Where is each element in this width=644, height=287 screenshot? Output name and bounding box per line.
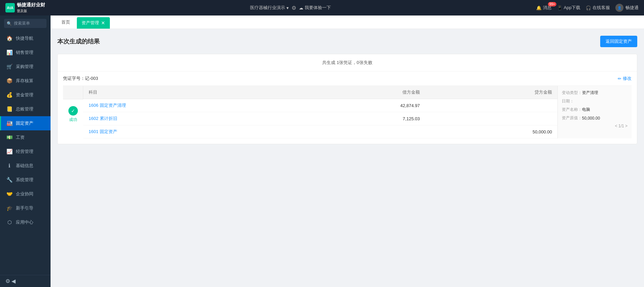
table-row: 1602 累计折旧 7,125.03 <box>83 112 557 125</box>
funds-icon: 💰 <box>6 92 12 98</box>
sales-icon: 📊 <box>6 50 12 56</box>
credit-cell <box>425 112 557 125</box>
sidebar-item-label: 新手引导 <box>16 205 33 211</box>
asset-value-value: 50,000.00 <box>582 116 600 121</box>
logo-text: 畅捷通好业财 <box>17 2 45 8</box>
debit-cell <box>293 125 425 138</box>
asset-name-label: 资产名称： <box>562 107 582 113</box>
tab-home[interactable]: 首页 <box>56 17 75 29</box>
subject-cell[interactable]: 1606 固定资产清理 <box>83 99 293 112</box>
subject-cell[interactable]: 1602 累计折旧 <box>83 112 293 125</box>
sidebar-item-enterprise[interactable]: 🤝 企业协同 <box>0 187 51 201</box>
payroll-icon: 💵 <box>6 134 12 140</box>
company-settings-icon[interactable]: ⚙ <box>292 5 296 11</box>
logo-icon: AtA <box>5 3 15 12</box>
sidebar-item-purchase[interactable]: 🛒 采购管理 <box>0 60 51 74</box>
sidebar-item-label: 销售管理 <box>16 50 33 56</box>
sidebar-item-fixed-assets[interactable]: 🏭 固定资产 <box>0 116 51 130</box>
sidebar-item-ledger[interactable]: 📒 总账管理 <box>0 102 51 116</box>
asset-name-row: 资产名称： 电脑 <box>562 107 627 113</box>
avatar: 👤 <box>615 4 623 12</box>
home-icon: 🏠 <box>6 35 12 41</box>
credit-cell: 50,000.00 <box>425 125 557 138</box>
app-download-button[interactable]: 📱 App下载 <box>557 5 580 11</box>
table-row: 1601 固定资产 50,000.00 <box>83 125 557 138</box>
notifications-button[interactable]: 🔔 消息 99+ <box>536 5 552 11</box>
sidebar: 🔍 搜索菜单 🏠 快捷导航 📊 销售管理 🛒 采购管理 📦 库存核算 <box>0 15 51 287</box>
success-column: ✓ 成功 <box>63 86 83 138</box>
experience-button[interactable]: ☁ 我要体验一下 <box>299 5 331 11</box>
subject-cell[interactable]: 1601 固定资产 <box>83 125 293 138</box>
sidebar-item-app-center[interactable]: ⬡ 应用中心 <box>0 215 51 229</box>
mobile-icon: 📱 <box>557 5 562 10</box>
search-menu-label: 搜索菜单 <box>14 21 30 26</box>
sidebar-search-area: 🔍 搜索菜单 <box>0 15 51 31</box>
back-to-fixed-assets-button[interactable]: 返回固定资产 <box>600 36 637 47</box>
header-left: AtA 畅捷通好业财 普及版 <box>5 2 45 13</box>
tab-bar: 首页 资产管理 ✕ <box>51 15 644 29</box>
info-icon: ℹ <box>6 163 12 169</box>
sidebar-item-label: 快捷导航 <box>16 35 33 41</box>
voucher-table-wrapper: ✓ 成功 科目 借方金额 <box>63 86 632 138</box>
sidebar-item-payroll[interactable]: 💵 工资 <box>0 130 51 145</box>
edit-icon: ✏ <box>618 76 621 81</box>
inventory-icon: 📦 <box>6 78 12 84</box>
user-menu[interactable]: 👤 畅捷通 <box>615 4 639 12</box>
credit-cell <box>425 99 557 112</box>
success-circle-icon: ✓ <box>68 106 78 116</box>
online-service-button[interactable]: 🎧 在线客服 <box>586 5 610 11</box>
logo-sub: 普及版 <box>17 9 45 13</box>
side-pagination[interactable]: < 1/1 > <box>562 124 627 128</box>
table-area: ✓ 成功 科目 借方金额 <box>63 86 557 138</box>
sidebar-item-label: 基础信息 <box>16 163 33 169</box>
sidebar-item-quick-nav[interactable]: 🏠 快捷导航 <box>0 31 51 45</box>
sidebar-item-guide[interactable]: 🎓 新手引导 <box>0 201 51 215</box>
sidebar-item-label: 企业协同 <box>16 191 33 197</box>
username: 畅捷通 <box>625 5 639 11</box>
sidebar-item-operations[interactable]: 📈 经营管理 <box>0 145 51 159</box>
enterprise-icon: 🤝 <box>6 191 12 197</box>
table-row: 1606 固定资产清理 42,874.97 <box>83 99 557 112</box>
sidebar-collapse-button[interactable]: ◀ <box>11 278 16 284</box>
page-header: 本次生成的结果 返回固定资产 <box>57 36 637 47</box>
app-center-icon: ⬡ <box>6 219 12 225</box>
date-label: 日期： <box>562 98 582 104</box>
sidebar-item-funds[interactable]: 💰 资金管理 <box>0 88 51 102</box>
tab-asset-mgmt[interactable]: 资产管理 ✕ <box>77 17 110 29</box>
main-table: 科目 借方金额 贷方金额 1606 固定资产清理 42,874. <box>83 86 557 138</box>
voucher-number: 凭证字号：记-003 <box>63 75 98 82</box>
company-name: 医疗器械行业演示 <box>250 5 285 11</box>
company-selector[interactable]: 医疗器械行业演示 ▾ <box>250 5 289 11</box>
page-content: 本次生成的结果 返回固定资产 共生成 1张凭证，0张失败 凭证字号：记-003 … <box>51 29 644 287</box>
change-type-label: 变动类型： <box>562 90 582 96</box>
tab-close-button[interactable]: ✕ <box>101 21 105 25</box>
date-row: 日期： <box>562 98 627 104</box>
sidebar-item-label: 库存核算 <box>16 78 33 84</box>
asset-value-row: 资产原值： 50,000.00 <box>562 115 627 121</box>
sidebar-item-basic-info[interactable]: ℹ 基础信息 <box>0 159 51 173</box>
search-icon: 🔍 <box>7 21 12 26</box>
sidebar-item-label: 资金管理 <box>16 92 33 98</box>
sidebar-item-sales[interactable]: 📊 销售管理 <box>0 45 51 60</box>
cloud-icon: ☁ <box>299 5 303 10</box>
top-header: AtA 畅捷通好业财 普及版 医疗器械行业演示 ▾ ⚙ ☁ 我要体验一下 🔔 消… <box>0 0 644 15</box>
notifications-badge: 99+ <box>548 2 556 6</box>
guide-icon: 🎓 <box>6 205 12 211</box>
sidebar-settings-button[interactable]: ⚙ <box>5 278 10 284</box>
change-type-value: 资产清理 <box>582 90 598 96</box>
debit-cell: 42,874.97 <box>293 99 425 112</box>
sidebar-item-system[interactable]: 🔧 系统管理 <box>0 173 51 187</box>
gear-icon: ⚙ <box>5 278 10 284</box>
chevron-down-icon: ▾ <box>286 5 289 10</box>
sidebar-bottom: ⚙ ◀ <box>0 275 51 287</box>
sidebar-item-label: 固定资产 <box>16 120 33 126</box>
header-center: 医疗器械行业演示 ▾ ⚙ ☁ 我要体验一下 <box>250 5 331 11</box>
sidebar-item-inventory[interactable]: 📦 库存核算 <box>0 74 51 88</box>
bell-icon: 🔔 <box>536 5 542 10</box>
search-menu-button[interactable]: 🔍 搜索菜单 <box>4 19 47 28</box>
sidebar-item-label: 采购管理 <box>16 64 33 70</box>
edit-voucher-button[interactable]: ✏ 修改 <box>618 75 632 82</box>
sidebar-item-label: 总账管理 <box>16 106 33 112</box>
voucher-side-panel: 变动类型： 资产清理 日期： 资产名称： 电脑 <box>557 86 632 138</box>
purchase-icon: 🛒 <box>6 64 12 70</box>
